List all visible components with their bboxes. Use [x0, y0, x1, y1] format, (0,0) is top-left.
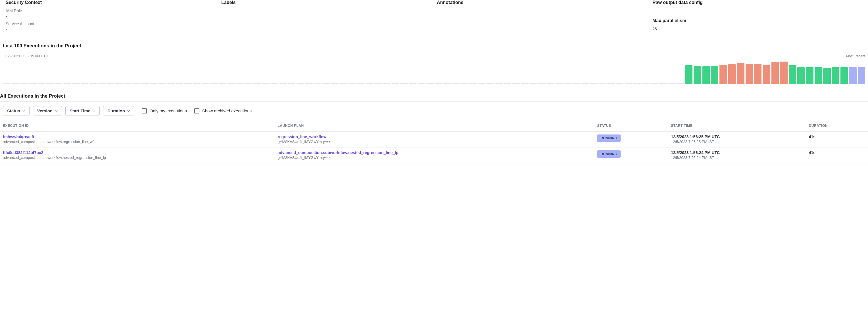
chart-bar[interactable]: [789, 65, 796, 84]
chart-bar[interactable]: [849, 67, 856, 84]
chart-bar[interactable]: [374, 83, 382, 84]
filter-duration-button[interactable]: Duration: [103, 106, 134, 115]
chart-bar[interactable]: [400, 83, 408, 84]
chart-bar[interactable]: [348, 83, 356, 84]
chart-bar[interactable]: [392, 83, 399, 84]
chart-bar[interactable]: [150, 83, 157, 84]
chart-bar[interactable]: [573, 83, 580, 84]
chart-bar[interactable]: [331, 83, 339, 84]
filter-version-button[interactable]: Version: [33, 106, 62, 115]
chart-bar[interactable]: [271, 83, 278, 84]
chart-bar[interactable]: [417, 83, 425, 84]
chart-bar[interactable]: [487, 83, 494, 84]
chart-bar[interactable]: [81, 83, 88, 84]
chart-bar[interactable]: [38, 83, 45, 84]
chart-bar[interactable]: [409, 83, 416, 84]
chart-bar[interactable]: [115, 83, 123, 84]
chart-bar[interactable]: [504, 83, 511, 84]
chart-bar[interactable]: [383, 83, 390, 84]
chart-bar[interactable]: [322, 83, 330, 84]
chart-bar[interactable]: [184, 83, 192, 84]
chart-bar[interactable]: [202, 83, 209, 84]
chart-bar[interactable]: [340, 83, 347, 84]
chart-bar[interactable]: [633, 83, 641, 84]
chart-bar[interactable]: [90, 83, 97, 84]
chart-bar[interactable]: [581, 83, 589, 84]
chart-bar[interactable]: [227, 83, 235, 84]
chart-bar[interactable]: [210, 83, 218, 84]
chart-bar[interactable]: [219, 83, 226, 84]
chart-bar[interactable]: [728, 64, 736, 84]
chart-bar[interactable]: [279, 83, 287, 84]
chart-bar[interactable]: [253, 83, 261, 84]
chart-bar[interactable]: [746, 64, 753, 84]
chart-bar[interactable]: [133, 83, 140, 84]
chart-bar[interactable]: [763, 65, 770, 84]
chart-bar[interactable]: [668, 83, 675, 84]
chart-bar[interactable]: [167, 83, 175, 84]
chart-bar[interactable]: [616, 83, 623, 84]
chart-bar[interactable]: [435, 83, 442, 84]
chart-bar[interactable]: [840, 67, 848, 84]
chart-bar[interactable]: [858, 67, 865, 84]
chart-bar[interactable]: [21, 83, 28, 84]
chart-bar[interactable]: [72, 83, 80, 84]
chart-bar[interactable]: [443, 83, 451, 84]
chart-bar[interactable]: [530, 83, 537, 84]
chart-bar[interactable]: [64, 83, 71, 84]
chart-bar[interactable]: [547, 83, 554, 84]
chart-bar[interactable]: [650, 83, 658, 84]
chart-bar[interactable]: [806, 67, 813, 84]
chart-bar[interactable]: [521, 83, 528, 84]
chart-bar[interactable]: [469, 83, 476, 84]
chart-bar[interactable]: [29, 83, 36, 84]
chart-bar[interactable]: [823, 68, 831, 84]
chart-bar[interactable]: [193, 83, 200, 84]
chart-bar[interactable]: [754, 64, 762, 84]
chart-bar[interactable]: [245, 83, 252, 84]
chart-bar[interactable]: [693, 66, 701, 84]
chart-bar[interactable]: [3, 83, 10, 84]
chart-bar[interactable]: [141, 83, 149, 84]
chart-bar[interactable]: [538, 83, 546, 84]
chart-bar[interactable]: [737, 63, 744, 84]
chart-bar[interactable]: [495, 83, 502, 84]
chart-bar[interactable]: [124, 83, 131, 84]
chart-bar[interactable]: [590, 83, 598, 84]
chart-bar[interactable]: [12, 83, 19, 84]
execution-id-link[interactable]: fffc0cd382f114bf7bc2: [3, 150, 43, 155]
chart-bar[interactable]: [599, 83, 606, 84]
chart-bar[interactable]: [607, 83, 615, 84]
chart-bar[interactable]: [556, 83, 563, 84]
chart-bar[interactable]: [513, 83, 520, 84]
chart-bar[interactable]: [158, 83, 166, 84]
show-archived-checkbox[interactable]: Show archived executions: [194, 108, 252, 113]
execution-id-link[interactable]: fmhwwh4qreaefi: [3, 135, 34, 139]
launch-plan-link[interactable]: advanced_composition.subworkflow.nested_…: [278, 150, 399, 155]
chart-bar[interactable]: [426, 83, 433, 84]
chart-bar[interactable]: [642, 83, 649, 84]
chart-bar[interactable]: [357, 83, 364, 84]
chart-bar[interactable]: [478, 83, 485, 84]
chart-bar[interactable]: [771, 62, 779, 84]
chart-bar[interactable]: [797, 67, 805, 84]
chart-bar[interactable]: [703, 66, 710, 84]
filter-status-button[interactable]: Status: [3, 106, 30, 115]
filter-start-time-button[interactable]: Start Time: [65, 106, 100, 115]
chart-bar[interactable]: [815, 67, 822, 84]
chart-bar[interactable]: [366, 83, 373, 84]
chart-bar[interactable]: [262, 83, 270, 84]
chart-bar[interactable]: [297, 83, 304, 84]
chart-bar[interactable]: [659, 83, 666, 84]
chart-bar[interactable]: [625, 83, 632, 84]
chart-bar[interactable]: [305, 83, 313, 84]
chart-bar[interactable]: [176, 83, 183, 84]
chart-bar[interactable]: [832, 67, 839, 84]
chart-bar[interactable]: [107, 83, 114, 84]
only-my-checkbox[interactable]: Only my executions: [142, 108, 187, 113]
chart-bar[interactable]: [98, 83, 105, 84]
chart-bar[interactable]: [46, 83, 54, 84]
chart-bar[interactable]: [55, 83, 62, 84]
chart-bar[interactable]: [461, 83, 468, 84]
chart-bar[interactable]: [314, 83, 321, 84]
